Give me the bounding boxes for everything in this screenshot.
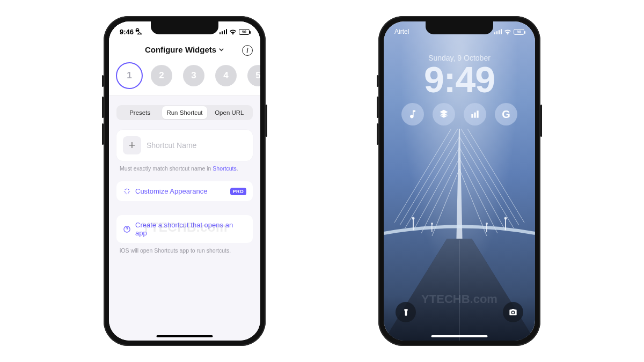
widget-slot-2[interactable]: 2 bbox=[151, 65, 172, 86]
segment-presets[interactable]: Presets bbox=[118, 106, 162, 119]
shortcuts-link[interactable]: Shortcuts bbox=[213, 165, 236, 172]
create-shortcut-row[interactable]: Create a shortcut that opens an app bbox=[116, 215, 253, 243]
svg-line-11 bbox=[459, 129, 519, 225]
notch bbox=[426, 21, 493, 34]
chevron-down-icon bbox=[218, 47, 224, 53]
svg-rect-3 bbox=[477, 110, 478, 117]
pro-badge: PRO bbox=[230, 188, 246, 195]
wifi-icon bbox=[229, 29, 237, 35]
volume-up-button[interactable] bbox=[102, 97, 104, 118]
volume-down-button[interactable] bbox=[102, 123, 104, 145]
notch bbox=[151, 21, 218, 34]
music-note-icon bbox=[407, 109, 418, 120]
segment-open-url[interactable]: Open URL bbox=[207, 106, 252, 119]
svg-rect-22 bbox=[505, 218, 506, 230]
widget-google[interactable]: G bbox=[495, 103, 517, 125]
google-g-icon: G bbox=[502, 108, 510, 121]
home-indicator[interactable] bbox=[157, 335, 213, 337]
svg-line-5 bbox=[400, 129, 459, 225]
help-icon bbox=[123, 225, 131, 233]
widget-slot-1[interactable]: 1 bbox=[119, 65, 140, 86]
power-button[interactable] bbox=[540, 105, 542, 137]
status-time: 9:46 bbox=[120, 28, 134, 36]
power-button[interactable] bbox=[266, 105, 267, 137]
svg-line-8 bbox=[421, 158, 459, 233]
sparkle-icon bbox=[123, 187, 131, 195]
svg-line-4 bbox=[394, 129, 459, 223]
phone-right: Airtel 90 Sunday, 9 October 9:49 bbox=[378, 16, 540, 346]
mute-switch[interactable] bbox=[377, 75, 378, 87]
footer-note: iOS will open Shortcuts app to run short… bbox=[120, 247, 250, 254]
bar-chart-icon bbox=[470, 109, 480, 120]
wifi-icon bbox=[504, 29, 511, 35]
volume-down-button[interactable] bbox=[377, 123, 378, 145]
signal-icon bbox=[494, 29, 502, 34]
widget-music[interactable] bbox=[401, 103, 424, 125]
carrier-label: Airtel bbox=[394, 28, 409, 35]
widget-layers[interactable] bbox=[433, 103, 455, 125]
shortcut-name-field[interactable]: + Shortcut Name bbox=[116, 130, 253, 161]
widget-slot-row: 1 2 3 4 5 bbox=[109, 57, 260, 95]
svg-line-14 bbox=[459, 158, 497, 233]
battery-icon: 90 bbox=[239, 29, 250, 35]
lock-widget-row: G bbox=[401, 103, 517, 125]
lock-time: 9:49 bbox=[424, 61, 495, 98]
svg-rect-1 bbox=[471, 114, 473, 118]
phone-left: 9:46 ⛍ 90 Configure Widgets i 1 2 3 bbox=[104, 16, 266, 346]
layers-icon bbox=[438, 109, 449, 120]
svg-line-6 bbox=[405, 137, 459, 228]
home-indicator[interactable] bbox=[431, 335, 488, 337]
info-button[interactable]: i bbox=[242, 45, 253, 56]
shortcut-name-placeholder: Shortcut Name bbox=[147, 141, 196, 150]
customize-appearance-row[interactable]: Customize Appearance PRO bbox=[116, 181, 253, 201]
widget-slot-5[interactable]: 5 bbox=[247, 65, 260, 86]
svg-rect-24 bbox=[486, 224, 487, 232]
volume-up-button[interactable] bbox=[377, 97, 378, 118]
flashlight-button[interactable] bbox=[396, 302, 416, 322]
svg-line-7 bbox=[413, 147, 459, 231]
camera-button[interactable] bbox=[503, 302, 523, 322]
svg-rect-2 bbox=[474, 113, 475, 118]
svg-line-10 bbox=[459, 129, 524, 223]
camera-icon bbox=[509, 308, 517, 316]
shortcut-helper-text: Must exactly match shortcut name in Shor… bbox=[120, 165, 250, 172]
battery-icon: 90 bbox=[514, 29, 524, 35]
plus-icon: + bbox=[123, 136, 141, 154]
signal-icon bbox=[219, 29, 228, 34]
widget-slot-4[interactable]: 4 bbox=[215, 65, 237, 86]
widget-chart[interactable] bbox=[464, 103, 486, 125]
svg-rect-18 bbox=[413, 218, 414, 230]
svg-line-13 bbox=[459, 147, 506, 231]
flashlight-icon bbox=[402, 308, 410, 316]
svg-line-12 bbox=[459, 137, 514, 228]
mode-segmented-control[interactable]: Presets Run Shortcut Open URL bbox=[116, 105, 253, 120]
svg-rect-20 bbox=[431, 224, 433, 232]
configure-widgets-title[interactable]: Configure Widgets bbox=[145, 45, 224, 54]
widget-slot-3[interactable]: 3 bbox=[183, 65, 204, 86]
segment-run-shortcut[interactable]: Run Shortcut bbox=[162, 106, 207, 119]
mute-switch[interactable] bbox=[102, 75, 104, 87]
carplay-icon: ⛍ bbox=[136, 28, 142, 35]
